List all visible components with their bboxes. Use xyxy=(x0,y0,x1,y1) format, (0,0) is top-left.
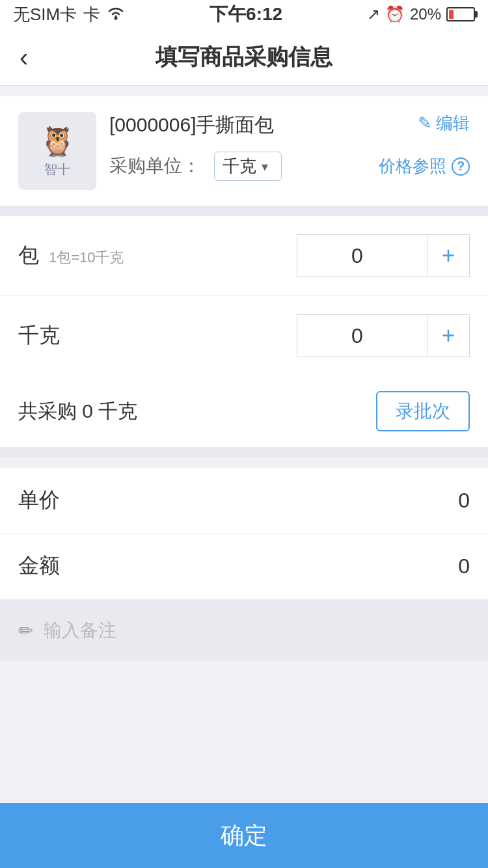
alarm-icon: ⏰ xyxy=(385,5,405,23)
unit-select-group: 采购单位： 千克 ▾ xyxy=(109,152,282,181)
status-time: 下午6:12 xyxy=(210,2,282,27)
product-name: [0000006]手撕面包 xyxy=(109,112,274,139)
amount-label: 金额 xyxy=(18,552,60,580)
help-icon: ? xyxy=(452,157,470,176)
section-divider-2 xyxy=(0,447,488,457)
product-info: [0000006]手撕面包 ✎ 编辑 采购单位： 千克 ▾ 价格参照 ? xyxy=(109,112,470,181)
bao-sub-label: 1包=10千克 xyxy=(49,249,124,265)
price-reference-button[interactable]: 价格参照 ? xyxy=(379,155,470,178)
bao-plus-button[interactable]: + xyxy=(427,234,470,277)
product-owl-icon: 🦉 xyxy=(40,124,75,158)
bao-label: 包 xyxy=(18,243,39,267)
edit-icon: ✎ xyxy=(418,113,432,133)
unit-value: 千克 xyxy=(223,155,256,178)
content-area: 🦉 智十 [0000006]手撕面包 ✎ 编辑 采购单位： 千克 ▾ xyxy=(0,96,488,739)
battery-icon xyxy=(446,7,475,21)
summary-text: 共采购 0 千克 xyxy=(18,398,137,425)
page-title: 填写商品采购信息 xyxy=(156,42,332,72)
kg-quantity-input[interactable] xyxy=(297,314,427,357)
section-divider-1 xyxy=(0,206,488,216)
unit-label: 采购单位： xyxy=(109,156,200,176)
amount-value: 0 xyxy=(458,554,470,578)
product-thumbnail: 🦉 智十 xyxy=(18,112,96,190)
price-amount-section: 单价 0 金额 0 xyxy=(0,468,488,599)
bao-quantity-input[interactable] xyxy=(297,234,427,277)
kg-input-row: 千克 + xyxy=(0,296,488,375)
svg-point-0 xyxy=(115,16,118,20)
dropdown-arrow-icon: ▾ xyxy=(262,159,268,174)
kg-input-right: + xyxy=(297,314,470,357)
summary-row: 共采购 0 千克 录批次 xyxy=(0,375,488,447)
remark-section[interactable]: ✏ 输入备注 xyxy=(0,600,488,661)
bao-input-row: 包 1包=10千克 + xyxy=(0,216,488,296)
amount-row: 金额 0 xyxy=(0,534,488,599)
status-bar: 无SIM卡 卡 下午6:12 ↗ ⏰ 20% xyxy=(0,0,488,29)
product-top-row: [0000006]手撕面包 ✎ 编辑 xyxy=(109,112,470,139)
status-left: 无SIM卡 卡 xyxy=(13,3,125,26)
edit-button[interactable]: ✎ 编辑 xyxy=(418,112,470,135)
product-card: 🦉 智十 [0000006]手撕面包 ✎ 编辑 采购单位： 千克 ▾ xyxy=(0,96,488,206)
kg-label: 千克 xyxy=(18,323,60,347)
product-thumb-label: 智十 xyxy=(44,161,70,178)
product-unit-row: 采购单位： 千克 ▾ 价格参照 ? xyxy=(109,152,470,181)
status-right: ↗ ⏰ 20% xyxy=(367,5,475,23)
kg-plus-button[interactable]: + xyxy=(427,314,470,357)
pencil-icon: ✏ xyxy=(18,620,33,642)
unit-select-dropdown[interactable]: 千克 ▾ xyxy=(214,152,282,181)
wifi-icon xyxy=(107,5,125,25)
quantity-section: 包 1包=10千克 + 千克 + xyxy=(0,216,488,375)
bao-label-group: 包 1包=10千克 xyxy=(18,241,124,270)
bao-input-right: + xyxy=(297,234,470,277)
unit-price-value: 0 xyxy=(458,489,470,513)
kg-label-group: 千克 xyxy=(18,321,60,350)
record-batch-button[interactable]: 录批次 xyxy=(376,391,470,431)
carrier-label: 无SIM卡 xyxy=(13,3,77,26)
back-button[interactable]: ‹ xyxy=(20,44,28,70)
battery-percent: 20% xyxy=(410,5,441,23)
location-icon: ↗ xyxy=(367,5,380,23)
unit-price-label: 单价 xyxy=(18,486,60,515)
remark-placeholder: 输入备注 xyxy=(44,618,116,643)
nav-bar: ‹ 填写商品采购信息 xyxy=(0,29,488,86)
sim-icon: 卡 xyxy=(83,3,100,26)
unit-price-row: 单价 0 xyxy=(0,468,488,534)
confirm-button[interactable]: 确定 xyxy=(0,803,488,868)
